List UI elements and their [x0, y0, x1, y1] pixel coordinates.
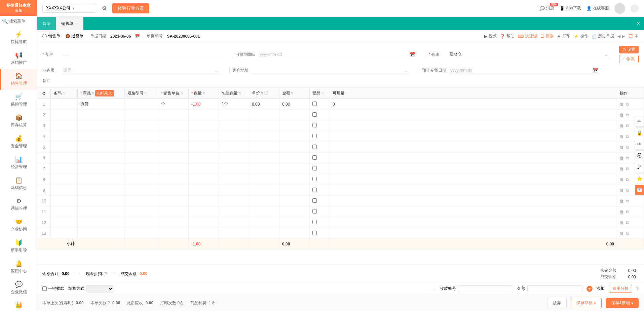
gift-checkbox[interactable]: [312, 155, 317, 160]
add-payment-btn[interactable]: +: [586, 286, 593, 292]
tab-close-icon[interactable]: ×: [76, 22, 78, 26]
gift-checkbox[interactable]: [312, 231, 317, 235]
company-selector[interactable]: XXXXXX公司 ▾: [42, 4, 96, 13]
sidebar-item-wechat[interactable]: 💬 企业微信: [0, 277, 37, 298]
delete-icon[interactable]: 🗑: [620, 156, 624, 160]
gift-checkbox[interactable]: [312, 188, 317, 192]
delete-icon[interactable]: 🗑: [620, 102, 624, 107]
cell-product[interactable]: 拆货: [78, 99, 125, 110]
sidebar-item-operations[interactable]: 📊 经营管理: [0, 152, 37, 173]
sidebar-item-app-center[interactable]: 🔔 应用中心: [0, 257, 37, 277]
copy-icon[interactable]: ⧉: [626, 123, 629, 128]
sidebar-item-purchase[interactable]: 🛒 采购管理: [0, 90, 37, 111]
save-draft-button[interactable]: 保存草稿 ▾: [571, 298, 602, 308]
prev-arrow[interactable]: ◀: [617, 34, 620, 39]
gift-checkbox[interactable]: [312, 177, 317, 181]
account-input[interactable]: [458, 285, 513, 292]
gift-checkbox[interactable]: [312, 166, 317, 170]
gift-checkbox[interactable]: [312, 123, 317, 127]
sidebar-item-base-info[interactable]: 📋 基础信息: [0, 173, 37, 194]
sidebar-item-sales[interactable]: 🏠 销售管理: [0, 69, 37, 90]
sidebar-item-system[interactable]: ⚙ 系统管理: [0, 194, 37, 215]
online-service-item[interactable]: 👤 在线客服: [586, 5, 609, 11]
trial-button[interactable]: 体验行业方案: [112, 3, 149, 13]
delete-icon[interactable]: 🗑: [620, 209, 624, 214]
gift-checkbox[interactable]: [312, 220, 317, 224]
gift-checkbox[interactable]: [312, 209, 317, 213]
print-btn[interactable]: 🖨 打印: [557, 33, 570, 39]
receipt-calendar-icon[interactable]: 📅: [409, 52, 415, 57]
gear-icon[interactable]: ⚙: [42, 91, 46, 96]
cell-barcode[interactable]: [51, 99, 78, 110]
customer-input[interactable]: ...: [62, 51, 223, 58]
delete-icon[interactable]: 🗑: [620, 231, 624, 236]
topbar-settings-icon[interactable]: ⚙: [99, 3, 110, 14]
float-edit-btn[interactable]: ✏: [635, 116, 644, 127]
expected-date-input[interactable]: yyyy-mm-dd 📅: [449, 67, 600, 74]
delete-icon[interactable]: 🗑: [620, 123, 624, 128]
save-new-button[interactable]: 保存&新增 ▾: [606, 298, 639, 308]
copy-icon[interactable]: ⧉: [626, 188, 629, 193]
notes-input[interactable]: [62, 77, 639, 84]
fee-help-icon[interactable]: ?: [636, 286, 639, 291]
sidebar-item-inventory[interactable]: 📦 库存核算: [0, 111, 37, 131]
expected-calendar-icon[interactable]: 📅: [593, 68, 598, 73]
radio-return-input[interactable]: [66, 34, 70, 38]
logistics-btn[interactable]: + 物流: [619, 55, 639, 63]
list-view-btn[interactable]: ☰: [628, 33, 633, 39]
cell-unit[interactable]: 个: [158, 99, 189, 110]
gift-checkbox[interactable]: [312, 112, 317, 117]
gift-checkbox[interactable]: [312, 102, 317, 106]
copy-icon[interactable]: ⧉: [626, 134, 629, 139]
filter-btn[interactable]: ☰ 筛选: [540, 33, 554, 39]
salesperson-input[interactable]: 选择... ...: [62, 67, 220, 74]
radio-sales[interactable]: 销售单: [42, 33, 60, 39]
amount-input[interactable]: [527, 285, 582, 292]
next-arrow[interactable]: ▶: [622, 34, 625, 39]
receipt-date-input[interactable]: yyyy-mm-dd 📅: [259, 51, 417, 58]
radio-return[interactable]: 退货单: [66, 33, 83, 39]
float-pen-btn[interactable]: 🖊: [635, 162, 644, 172]
grid-view-btn[interactable]: ⊞: [634, 33, 639, 39]
gift-checkbox[interactable]: [312, 145, 317, 149]
tab-home[interactable]: 首页: [37, 17, 56, 30]
sidebar-item-quick-nav[interactable]: ⚡ 快捷导航: [0, 27, 37, 48]
delete-icon[interactable]: 🗑: [620, 134, 624, 139]
help-btn[interactable]: ❓ 帮助: [500, 33, 515, 39]
one-click-payment[interactable]: 一键收款: [42, 286, 64, 291]
copy-icon[interactable]: ⧉: [626, 220, 629, 225]
delete-icon[interactable]: 🗑: [620, 188, 624, 193]
cell-amount[interactable]: 0.00: [279, 99, 310, 110]
operate-btn[interactable]: ⚡ 操作: [574, 33, 588, 39]
user-avatar2[interactable]: [631, 4, 639, 12]
copy-icon[interactable]: ⧉: [626, 102, 629, 107]
copy-icon[interactable]: ⧉: [626, 177, 629, 182]
copy-icon[interactable]: ⧉: [626, 145, 629, 150]
calc-method-select[interactable]: [86, 285, 113, 293]
one-click-checkbox[interactable]: [42, 286, 47, 291]
cell-gift[interactable]: [310, 99, 330, 110]
settings-btn[interactable]: ⊙ 设置: [619, 46, 639, 53]
delete-icon[interactable]: 🗑: [620, 177, 624, 182]
number-value[interactable]: SA-20230606-001: [167, 34, 200, 39]
app-download-item[interactable]: 📱 App下载: [560, 5, 581, 11]
delete-icon[interactable]: 🗑: [620, 145, 624, 150]
warehouse-input[interactable]: 建材仓 ...: [448, 51, 610, 58]
float-chat-btn[interactable]: 💬: [635, 150, 644, 161]
customer-addr-input[interactable]: ...: [252, 67, 410, 74]
delete-icon[interactable]: 🗑: [620, 113, 624, 117]
date-value[interactable]: 2023-06-06: [110, 34, 131, 39]
history-btn[interactable]: 📄 历史单据: [592, 33, 614, 39]
gift-checkbox[interactable]: [312, 134, 317, 138]
sidebar-item-enterprise[interactable]: 🤝 企业协同: [0, 215, 37, 236]
discount-help-icon[interactable]: ?: [105, 271, 107, 276]
gift-checkbox[interactable]: [312, 198, 317, 203]
copy-icon[interactable]: ⧉: [626, 156, 629, 160]
delete-icon[interactable]: 🗑: [620, 166, 624, 171]
video-btn[interactable]: ▶ 视频: [484, 33, 497, 39]
message-item[interactable]: 💬 消息 99+: [540, 5, 554, 11]
delete-icon[interactable]: 🗑: [620, 220, 624, 225]
shortcut-btn[interactable]: ⌨ 快捷键: [518, 33, 537, 39]
tab-sales[interactable]: 销售单 ×: [56, 17, 83, 30]
cell-qty[interactable]: -1.00: [189, 99, 219, 110]
